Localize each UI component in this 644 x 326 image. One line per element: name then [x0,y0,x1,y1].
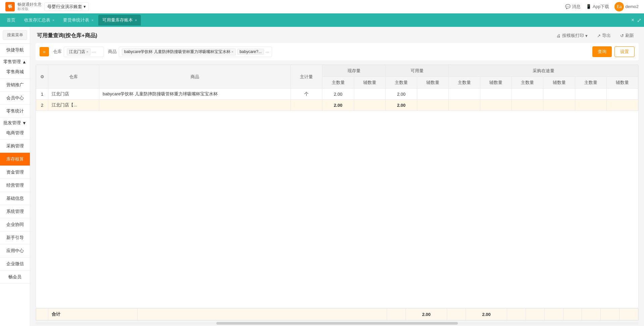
table-row: 1 江北门店 babycare学饮杯 儿童防摔防撞吸管杯重力球吸嘴杯宝宝水杯 个… [36,89,638,100]
cell-in-aux [543,89,575,100]
sidebar-item-member-center[interactable]: 会员中心 [0,92,30,105]
sidebar-item-ecommerce[interactable]: 电商管理 [0,127,30,140]
th-pt-main: 主数量 [449,77,480,89]
search-menu-btn[interactable]: 搜索菜单 [3,30,27,40]
sidebar-item-wholesale-mgmt[interactable]: 批发管理 ▼ [0,118,30,127]
page-header: 可用量查询(按仓库+商品) 🖨 按模板打印 ▾ ↗ 导出 ↺ 刷新 [30,27,644,43]
export-btn[interactable]: ↗ 导出 [594,31,614,40]
sidebar-item-ops[interactable]: 经营管理 [0,179,30,192]
warehouse-more-btn[interactable]: ··· [92,49,96,54]
tab-available-stock[interactable]: 可用量库存账本 × [98,15,141,26]
data-table-container: ⚙ 仓库 商品 主计量 现存量 可用量 采购在途量 主数量 辅数量 主数量 辅数… [36,64,639,308]
sidebar-item-member-vip[interactable]: 畅会员 [0,271,30,284]
tab-receive-summary[interactable]: 收发存汇总表 × [20,15,58,26]
tab-home[interactable]: 首页 [3,15,19,26]
sidebar-item-quick-nav[interactable]: 快捷导航 [0,44,30,57]
query-btn[interactable]: 查询 [592,46,612,57]
remove-warehouse-btn[interactable]: × [86,50,88,54]
brand-text: 畅捷通好生意 标准版 [17,2,42,11]
footer-cs-aux [447,309,466,320]
sidebar-item-inventory[interactable]: 库存核算 [0,153,30,166]
cell-wip-aux [606,89,638,100]
account-selector[interactable]: 母婴行业演示账套 ▾ [44,2,89,11]
th-warehouse: 仓库 [48,65,99,89]
sidebar-item-app-center[interactable]: 应用中心 [0,244,30,258]
cell-index: 2 [36,100,48,111]
th-gear[interactable]: ⚙ [36,65,48,89]
warehouse-input[interactable]: 江北门店 × ··· [64,47,104,57]
th-cs-aux: 辅数量 [354,77,385,89]
th-unit: 主计量 [291,65,322,89]
product-input[interactable]: babycare学饮杯 儿童防摔防撞吸管杯重力球吸嘴杯宝宝水杯 × babyca… [119,47,272,57]
footer-label: 合计 [48,309,138,320]
cell-in-main [512,100,543,111]
cell-pt-main [449,89,480,100]
sidebar-item-marketing[interactable]: 营销推广 [0,79,30,92]
sidebar-item-retail-mgmt[interactable]: 零售管理 ▲ [0,57,30,65]
th-product: 商品 [99,65,290,89]
footer-pt-main [526,309,545,320]
cell-wip-main [575,100,606,111]
scroll-thumb[interactable] [216,322,458,325]
tab-close-order-stats[interactable]: × [91,18,93,22]
sidebar-item-enterprise-wx[interactable]: 企业微信 [0,258,30,271]
maximize-btn[interactable]: ⤢ [637,17,641,24]
sidebar-item-basic-info[interactable]: 基础信息 [0,192,30,205]
th-in-aux: 辅数量 [543,77,575,89]
cell-cs-main: 2.00 [322,100,354,111]
filter-toggle-btn[interactable]: » [40,47,49,56]
cell-av-main: 2.00 [385,100,417,111]
logo-icon: 畅 [5,2,15,11]
product-tag-1: babycare学饮杯 儿童防摔防撞吸管杯重力球吸嘴杯宝宝水杯 × [122,48,236,55]
cell-pt-main [449,100,480,111]
top-bar: 畅 畅捷通好生意 标准版 母婴行业演示账套 ▾ 💬 消息 📱 App下载 Ea … [0,0,644,13]
th-in-main: 主数量 [512,77,543,89]
cell-in-main [512,89,543,100]
cell-product: babycare学饮杯 儿童防摔防撞吸管杯重力球吸嘴杯宝宝水杯 [99,89,290,100]
sidebar-item-system[interactable]: 系统管理 [0,205,30,218]
footer-pt-aux [544,309,563,320]
th-planned-in: 采购在途量 [449,65,638,77]
message-btn[interactable]: 💬 消息 [565,4,581,10]
sidebar-item-finance[interactable]: 资金管理 [0,166,30,179]
page-actions: 🖨 按模板打印 ▾ ↗ 导出 ↺ 刷新 [553,31,637,40]
refresh-btn[interactable]: ↺ 刷新 [617,31,637,40]
sidebar: 搜索菜单 快捷导航 零售管理 ▲ 零售商城 营销推广 会员中心 零售统计 批发管… [0,27,30,326]
export-icon: ↗ [597,33,601,38]
table-footer: 合计 2.00 2.00 [36,308,639,321]
tab-order-stats[interactable]: 要货单统计表 × [59,15,97,26]
message-icon: 💬 [565,4,571,9]
product-tag-2: babycare?... [237,49,264,55]
cell-product [99,100,290,111]
user-menu[interactable]: Ea demo2 [614,2,639,11]
cell-warehouse: 江北门店【... [48,100,99,111]
footer-unit-col [387,309,406,320]
cell-av-main: 2.00 [385,89,417,100]
tab-close-available[interactable]: × [135,18,137,22]
remove-product-1-btn[interactable]: × [231,50,233,54]
app-download-btn[interactable]: 📱 App下载 [586,4,609,10]
cell-unit: 个 [291,89,322,100]
product-filter: 商品 babycare学饮杯 儿童防摔防撞吸管杯重力球吸嘴杯宝宝水杯 × bab… [108,47,272,57]
footer-wip-aux [620,309,638,320]
product-more-btn[interactable]: ··· [265,49,269,54]
footer-av-main: 2.00 [466,309,507,320]
footer-wip-main [601,309,620,320]
product-label: 商品 [108,49,117,55]
print-btn[interactable]: 🖨 按模板打印 ▾ [553,31,591,40]
close-window-btn[interactable]: × [631,17,634,23]
filter-actions: 查询 设置 [592,46,635,57]
footer-in-main [563,309,582,320]
sidebar-item-new-guide[interactable]: 新手引导 [0,231,30,244]
sidebar-item-enterprise-collab[interactable]: 企业协同 [0,218,30,231]
sidebar-item-retail-stats[interactable]: 零售统计 [0,105,30,118]
content-area: 可用量查询(按仓库+商品) 🖨 按模板打印 ▾ ↗ 导出 ↺ 刷新 [30,27,644,326]
settings-btn[interactable]: 设置 [614,46,635,57]
cell-cs-aux [354,89,385,100]
filter-bar: » 仓库 江北门店 × ··· 商品 babycare学饮杯 儿童防摔防撞吸管杯… [36,43,639,60]
sidebar-item-retail-mall[interactable]: 零售商城 [0,65,30,79]
sidebar-item-purchase[interactable]: 采购管理 [0,140,30,153]
tab-close-receive[interactable]: × [52,18,54,22]
window-controls: × ⤢ [631,17,641,24]
horizontal-scrollbar[interactable] [36,322,639,325]
